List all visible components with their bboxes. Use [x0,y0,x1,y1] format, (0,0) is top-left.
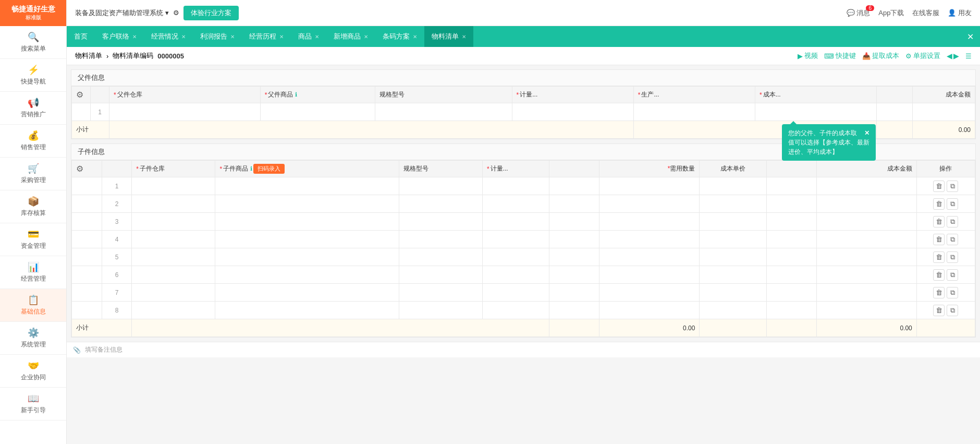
cost-action[interactable]: 📥 提取成本 [862,51,899,61]
child-warehouse-7[interactable] [132,284,215,302]
nav-tab-利润报告[interactable]: 利润报告✕ [193,26,242,47]
child-product-5[interactable] [215,248,399,266]
nav-close-all[interactable]: ✕ [961,26,980,47]
col-settings-icon[interactable]: ⚙ [76,90,83,99]
tooltip-close[interactable]: ✕ [864,128,869,138]
copy-btn-3[interactable]: ⧉ [947,216,958,227]
delete-btn-4[interactable]: 🗑 [933,234,945,245]
nav-tab-客户联络[interactable]: 客户联络✕ [95,26,144,47]
scan-button[interactable]: 扫码录入 [253,164,285,174]
sidebar-item-采购管理[interactable]: 🛒采购管理 [0,158,66,190]
copy-btn-4[interactable]: ⧉ [947,234,958,245]
nav-tab-商品[interactable]: 商品✕ [291,26,326,47]
child-unitcost-7[interactable] [700,284,766,302]
copy-btn-1[interactable]: ⧉ [947,181,958,192]
child-spec-7[interactable] [399,284,482,302]
child-spec-4[interactable] [399,231,482,248]
child-qty-6[interactable] [599,266,700,284]
child-warehouse-8[interactable] [132,302,215,319]
child-product-2[interactable] [215,195,399,213]
delete-btn-7[interactable]: 🗑 [933,287,945,298]
tab-close-icon[interactable]: ✕ [315,34,319,40]
tab-close-icon[interactable]: ✕ [230,34,235,40]
child-measure-2[interactable] [482,195,549,213]
nav-tab-条码方案[interactable]: 条码方案✕ [375,26,424,47]
child-warehouse-5[interactable] [132,248,215,266]
settings-action[interactable]: ⚙ 单据设置 [905,51,940,61]
nav-tab-经营情况[interactable]: 经营情况✕ [144,26,193,47]
system-select[interactable]: 装备及固定资产辅助管理系统 ▾ [75,8,169,18]
child-measure-8[interactable] [482,302,549,319]
sidebar-item-系统管理[interactable]: ⚙️系统管理 [0,322,66,355]
sidebar-item-资金管理[interactable]: 💳资金管理 [0,223,66,256]
child-measure-7[interactable] [482,284,549,302]
tab-close-icon[interactable]: ✕ [364,34,368,40]
child-product-1[interactable] [215,177,399,195]
nav-tab-首页[interactable]: 首页 [67,26,95,47]
parent-warehouse-cell[interactable] [109,103,261,121]
child-spec-8[interactable] [399,302,482,319]
child-qty-4[interactable] [599,231,700,248]
child-spec-5[interactable] [399,248,482,266]
child-product-4[interactable] [215,231,399,248]
online-service[interactable]: 在线客服 [912,8,939,18]
child-spec-6[interactable] [399,266,482,284]
shortcut-action[interactable]: ⌨ 快捷键 [824,51,856,61]
child-unitcost-1[interactable] [700,177,766,195]
child-measure-3[interactable] [482,213,549,231]
nav-tab-经营历程[interactable]: 经营历程✕ [242,26,291,47]
layout-icon[interactable]: ☰ [965,52,972,60]
delete-btn-2[interactable]: 🗑 [933,198,945,210]
parent-measure-cell[interactable] [512,103,633,121]
copy-btn-6[interactable]: ⧉ [947,269,958,281]
child-warehouse-1[interactable] [132,177,215,195]
child-qty-1[interactable] [599,177,700,195]
sidebar-item-快捷导航[interactable]: ⚡快捷导航 [0,59,66,92]
delete-btn-8[interactable]: 🗑 [933,305,945,316]
app-download[interactable]: App下载 [878,8,904,18]
child-spec-3[interactable] [399,213,482,231]
parent-cost-cell[interactable] [755,103,877,121]
delete-btn-1[interactable]: 🗑 [933,181,945,192]
sidebar-item-基础信息[interactable]: 📋基础信息 [0,289,66,322]
child-warehouse-2[interactable] [132,195,215,213]
copy-btn-2[interactable]: ⧉ [947,198,958,210]
sidebar-item-销售管理[interactable]: 💰销售管理 [0,125,66,158]
sidebar-item-新手引导[interactable]: 📖新手引导 [0,388,66,421]
child-measure-4[interactable] [482,231,549,248]
child-product-7[interactable] [215,284,399,302]
parent-product-cell[interactable] [260,103,375,121]
parent-spec-cell[interactable] [375,103,512,121]
child-qty-8[interactable] [599,302,700,319]
nav-tab-新增商品[interactable]: 新增商品✕ [326,26,375,47]
child-unitcost-4[interactable] [700,231,766,248]
child-measure-1[interactable] [482,177,549,195]
parent-produce-cell[interactable] [633,103,755,121]
message-wrap[interactable]: 💬 消息 6 [847,8,871,18]
child-unitcost-8[interactable] [700,302,766,319]
copy-btn-7[interactable]: ⧉ [947,287,958,298]
child-qty-2[interactable] [599,195,700,213]
tab-close-icon[interactable]: ✕ [279,34,284,40]
child-qty-7[interactable] [599,284,700,302]
sidebar-item-营销推广[interactable]: 📢营销推广 [0,92,66,125]
user-info[interactable]: 👤 用友 [948,8,972,18]
child-qty-3[interactable] [599,213,700,231]
child-warehouse-6[interactable] [132,266,215,284]
view-action[interactable]: ▶ 视频 [798,51,818,61]
child-product-3[interactable] [215,213,399,231]
copy-btn-5[interactable]: ⧉ [947,251,958,263]
child-measure-5[interactable] [482,248,549,266]
sidebar-item-库存核算[interactable]: 📦库存核算 [0,190,66,223]
child-spec-2[interactable] [399,195,482,213]
sidebar-item-企业协同[interactable]: 🤝企业协同 [0,355,66,388]
tab-close-icon[interactable]: ✕ [413,34,417,40]
child-unitcost-5[interactable] [700,248,766,266]
child-spec-1[interactable] [399,177,482,195]
delete-btn-5[interactable]: 🗑 [933,251,945,263]
nav-tab-物料清单[interactable]: 物料清单✕ [424,26,473,47]
settings-icon[interactable]: ⚙ [173,9,179,17]
delete-btn-6[interactable]: 🗑 [933,269,945,281]
trial-button[interactable]: 体验行业方案 [183,6,239,20]
nav-arrows[interactable]: ◀▶ [947,52,959,60]
